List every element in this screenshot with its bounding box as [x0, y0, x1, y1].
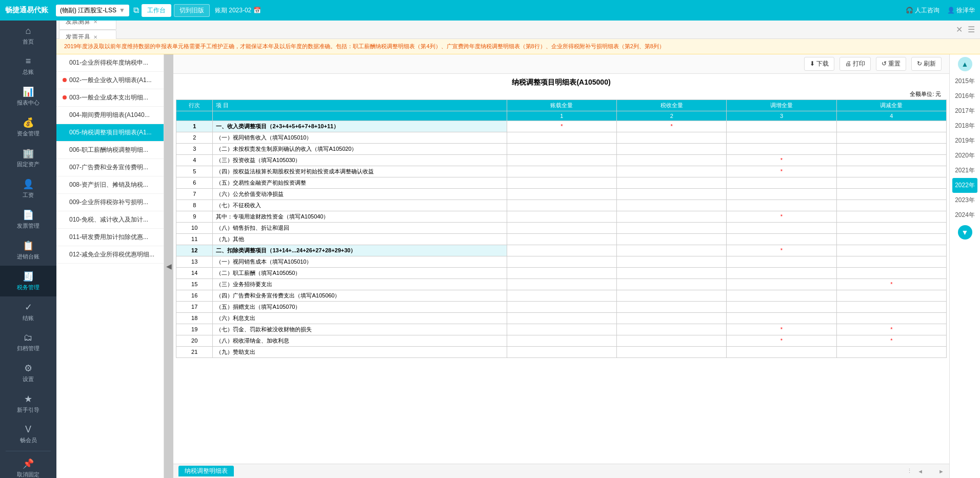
left-panel-item-002[interactable]: 002-一般企业收入明细表(A1... [56, 72, 164, 89]
reset-button[interactable]: ↺ 重置 [876, 57, 906, 71]
year-up-button[interactable]: ▲ [958, 57, 972, 71]
cell-c2-2[interactable] [617, 143, 727, 154]
sidebar-item-guide[interactable]: ★新手引导 [0, 388, 56, 419]
cell-c3-4[interactable]: * [727, 166, 836, 177]
cell-c3-18[interactable]: * [727, 324, 836, 335]
download-button[interactable]: ⬇ 下载 [804, 57, 834, 71]
cell-c2-5[interactable] [617, 177, 727, 188]
close-all-tabs-button[interactable]: ✕ [953, 25, 965, 34]
cell-c4-16[interactable] [836, 301, 946, 312]
sidebar-item-ledger[interactable]: ≡总账 [0, 51, 56, 81]
cell-c3-14[interactable] [727, 278, 836, 290]
cell-c4-13[interactable] [836, 267, 946, 278]
cell-c1-11[interactable] [507, 245, 616, 256]
cell-c1-17[interactable] [507, 312, 616, 324]
cell-c4-8[interactable] [836, 211, 946, 222]
print-button[interactable]: 🖨 打印 [839, 57, 871, 71]
cell-c4-5[interactable] [836, 177, 946, 188]
cell-c4-4[interactable] [836, 166, 946, 177]
cell-c1-1[interactable] [507, 132, 616, 143]
cell-c4-15[interactable] [836, 290, 946, 301]
company-selector[interactable]: (物副) 江西股宝-LSS ▼ [56, 5, 129, 16]
year-item-2022年[interactable]: 2022年 [952, 178, 977, 193]
cell-c3-13[interactable] [727, 267, 836, 278]
tab-menu-button[interactable]: ☰ [965, 25, 977, 34]
cell-c4-11[interactable] [836, 245, 946, 256]
sidebar-item-payroll[interactable]: 👤工资 [0, 173, 56, 204]
cell-c3-7[interactable] [727, 200, 836, 211]
cell-c1-14[interactable] [507, 278, 616, 290]
cell-c2-0[interactable]: * [617, 121, 727, 132]
year-item-2023年[interactable]: 2023年 [952, 193, 977, 208]
tab-4[interactable]: 发票测算✕ [59, 21, 116, 30]
sidebar-item-invoice-mgmt[interactable]: 📄发票管理 [0, 204, 56, 235]
cell-c3-15[interactable] [727, 290, 836, 301]
left-panel-item-011[interactable]: 011-研发费用加计扣除优惠... [56, 229, 164, 246]
cell-c1-3[interactable] [507, 154, 616, 166]
sidebar-item-settings[interactable]: ⚙设置 [0, 357, 56, 388]
workbench-button[interactable]: 工作台 [142, 4, 171, 17]
sidebar-item-archive[interactable]: 🗂归档管理 [0, 327, 56, 357]
left-panel-item-008[interactable]: 008-资产折旧、摊销及纳税... [56, 176, 164, 194]
cell-c1-12[interactable] [507, 256, 616, 267]
cell-c4-17[interactable] [836, 312, 946, 324]
cell-c3-9[interactable] [727, 222, 836, 233]
cell-c2-12[interactable] [617, 256, 727, 267]
cell-c2-16[interactable] [617, 301, 727, 312]
year-item-2015年[interactable]: 2015年 [952, 74, 977, 89]
left-panel-item-006[interactable]: 006-职工薪酬纳税调整明细... [56, 142, 164, 159]
cell-c2-11[interactable] [617, 245, 727, 256]
cell-c2-15[interactable] [617, 290, 727, 301]
scroll-left-icon[interactable]: ◄ [917, 468, 923, 474]
cell-c4-18[interactable]: * [836, 324, 946, 335]
sidebar-item-sales-ledger[interactable]: 📋进销台账 [0, 235, 56, 266]
sidebar-item-report[interactable]: 📊报表中心 [0, 81, 56, 112]
cell-c1-0[interactable]: * [507, 121, 616, 132]
cell-c4-20[interactable] [836, 346, 946, 357]
year-item-2018年[interactable]: 2018年 [952, 118, 977, 133]
cell-c4-1[interactable] [836, 132, 946, 143]
left-panel-item-005[interactable]: 005-纳税调整项目明细表(A1... [56, 124, 164, 142]
cell-c2-4[interactable] [617, 166, 727, 177]
year-item-2016年[interactable]: 2016年 [952, 89, 977, 104]
cell-c2-17[interactable] [617, 312, 727, 324]
cell-c2-7[interactable] [617, 200, 727, 211]
sidebar-item-member[interactable]: V畅会员 [0, 419, 56, 449]
pin-toggle[interactable]: 📌 取消固定 [0, 453, 56, 478]
left-panel-item-001[interactable]: 001-企业所得税年度纳税申... [56, 54, 164, 72]
scroll-right-icon[interactable]: ► [938, 468, 944, 474]
cell-c1-2[interactable] [507, 143, 616, 154]
cell-c1-9[interactable] [507, 222, 616, 233]
switch-old-button[interactable]: 切到旧版 [174, 4, 210, 17]
bottom-tab[interactable]: 纳税调整明细表 [178, 466, 234, 476]
cell-c4-0[interactable] [836, 121, 946, 132]
cell-c2-9[interactable] [617, 222, 727, 233]
left-panel-item-012[interactable]: 012-减免企业所得税优惠明细... [56, 246, 164, 264]
cell-c3-3[interactable]: * [727, 154, 836, 166]
cell-c3-19[interactable]: * [727, 335, 836, 346]
cell-c2-3[interactable] [617, 154, 727, 166]
cell-c3-2[interactable] [727, 143, 836, 154]
cell-c3-12[interactable] [727, 256, 836, 267]
cell-c2-6[interactable] [617, 188, 727, 200]
left-panel-item-004[interactable]: 004-期间费用明细表(A1040... [56, 107, 164, 124]
cell-c2-1[interactable] [617, 132, 727, 143]
cell-c2-14[interactable] [617, 278, 727, 290]
year-item-2017年[interactable]: 2017年 [952, 104, 977, 118]
cell-c1-6[interactable] [507, 188, 616, 200]
cell-c4-9[interactable] [836, 222, 946, 233]
year-item-2019年[interactable]: 2019年 [952, 133, 977, 148]
cell-c3-8[interactable]: * [727, 211, 836, 222]
year-item-2024年[interactable]: 2024年 [952, 208, 977, 223]
cell-c1-4[interactable] [507, 166, 616, 177]
cell-c3-10[interactable] [727, 233, 836, 245]
cell-c1-19[interactable] [507, 335, 616, 346]
sidebar-item-tax-mgmt[interactable]: 🧾税务管理 [0, 266, 56, 296]
cell-c4-3[interactable] [836, 154, 946, 166]
cell-c3-16[interactable] [727, 301, 836, 312]
cell-c4-10[interactable] [836, 233, 946, 245]
cell-c3-1[interactable] [727, 132, 836, 143]
cell-c3-5[interactable] [727, 177, 836, 188]
cell-c3-20[interactable] [727, 346, 836, 357]
cell-c1-13[interactable] [507, 267, 616, 278]
